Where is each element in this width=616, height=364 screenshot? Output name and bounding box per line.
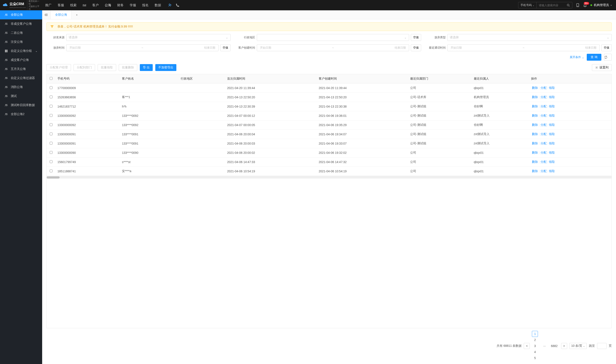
nav-item-7[interactable]: 学服 — [127, 0, 139, 10]
row-checkbox[interactable] — [50, 160, 52, 163]
op-claim[interactable]: 领取 — [548, 104, 556, 108]
page-number[interactable]: 1 — [532, 331, 538, 337]
nav-item-9[interactable]: 数据 — [152, 0, 164, 10]
op-delete[interactable]: 删除 — [531, 151, 539, 154]
op-claim[interactable]: 领取 — [548, 132, 556, 136]
page-size-select[interactable]: 10 条/页⌄ — [569, 343, 587, 349]
sidebar-item-2[interactable]: 二咨公海 — [0, 28, 42, 38]
op-assign[interactable]: 分配 — [540, 169, 547, 173]
tab-active[interactable]: 全部公海 — [51, 10, 72, 19]
phone-icon[interactable] — [176, 3, 180, 7]
op-claim[interactable]: 领取 — [548, 114, 556, 117]
tab-add-button[interactable]: + — [72, 13, 82, 17]
row-checkbox[interactable] — [50, 151, 52, 154]
tablet-icon[interactable] — [576, 3, 580, 7]
sidebar-item-1[interactable]: 非成交客户公海 — [0, 19, 42, 28]
op-claim[interactable]: 领取 — [548, 95, 556, 99]
last-call-range[interactable]: 开始日期~结束日期 — [447, 44, 600, 51]
nav-item-8[interactable]: 报名 — [139, 0, 152, 10]
row-checkbox[interactable] — [50, 132, 52, 135]
op-delete[interactable]: 删除 — [531, 123, 539, 127]
page-last[interactable]: 6882 — [550, 343, 559, 349]
sidebar-item-9[interactable]: 测试 — [0, 92, 42, 101]
sidebar-item-3[interactable]: 注安公海 — [0, 38, 42, 46]
last-call-null-button[interactable]: 空值 — [601, 44, 612, 51]
row-checkbox[interactable] — [50, 86, 52, 89]
op-claim[interactable]: 领取 — [548, 86, 556, 90]
op-assign[interactable]: 分配 — [540, 123, 547, 127]
op-claim[interactable]: 领取 — [548, 151, 556, 154]
create-time-range[interactable]: 开始日期~结束日期 — [257, 44, 409, 51]
op-delete[interactable]: 删除 — [531, 114, 539, 117]
page-ellipsis[interactable]: ··· — [541, 343, 547, 349]
sidebar-item-10[interactable]: 测试昨日回库数据 — [0, 101, 42, 110]
op-delete[interactable]: 删除 — [531, 86, 539, 90]
row-checkbox[interactable] — [50, 105, 52, 108]
region-null-button[interactable]: 空值 — [411, 34, 421, 41]
row-checkbox[interactable] — [50, 123, 52, 126]
op-assign[interactable]: 分配 — [540, 104, 547, 108]
abandon-type-select[interactable]: 请选择⌄ — [447, 34, 612, 41]
op-delete[interactable]: 删除 — [531, 142, 539, 145]
user-add-icon[interactable] — [168, 3, 172, 7]
nav-item-3[interactable]: IM — [80, 0, 89, 10]
batch-delete-button[interactable]: 批量删除 — [119, 64, 137, 71]
row-checkbox[interactable] — [50, 142, 52, 144]
page-number[interactable]: 4 — [532, 349, 538, 355]
op-assign[interactable]: 分配 — [540, 142, 547, 145]
nav-item-4[interactable]: 客户 — [89, 0, 102, 10]
op-claim[interactable]: 领取 — [548, 169, 556, 173]
op-delete[interactable]: 删除 — [531, 104, 539, 108]
row-checkbox[interactable] — [50, 169, 52, 172]
assign-dept-button[interactable]: 分配到部门 — [74, 64, 95, 71]
select-all-checkbox[interactable] — [50, 77, 52, 80]
horizontal-scrollbar[interactable] — [47, 176, 612, 179]
abandon-time-null-button[interactable]: 空值 — [220, 44, 231, 51]
sidebar-item-6[interactable]: 五月天公海 — [0, 65, 42, 74]
tab-collapse-icon[interactable] — [42, 10, 51, 19]
page-next[interactable]: > — [561, 343, 567, 349]
abandon-time-range[interactable]: 开始日期~结束日期 — [66, 44, 218, 51]
sidebar-item-0[interactable]: 全部公海 — [0, 10, 42, 19]
op-assign[interactable]: 分配 — [540, 86, 547, 90]
sidebar-item-4[interactable]: 自定义公海分组⌄ — [0, 46, 42, 55]
nav-item-6[interactable]: 财务 — [114, 0, 127, 10]
op-assign[interactable]: 分配 — [540, 151, 547, 154]
user-menu[interactable]: 机构管理员 ▾ — [590, 3, 612, 7]
sidebar-item-7[interactable]: 自定义公海过滤器 — [0, 74, 42, 83]
nav-item-5[interactable]: 公海 — [102, 0, 114, 10]
source-select[interactable]: 请选择⌄ — [66, 34, 231, 41]
page-prev[interactable]: < — [524, 343, 530, 349]
query-button[interactable]: 查 询 — [587, 54, 601, 61]
expand-filters-link[interactable]: 展开条件⌄ — [570, 55, 584, 59]
page-number[interactable]: 2 — [532, 337, 538, 343]
sidebar-item-8[interactable]: 消防公海 — [0, 83, 42, 92]
search-icon[interactable] — [565, 4, 572, 7]
nav-item-1[interactable]: 客服 — [55, 0, 67, 10]
sidebar-item-5[interactable]: 成交客户公海 — [0, 55, 42, 65]
page-number[interactable]: 5 — [532, 355, 538, 361]
set-columns-button[interactable]: 设置列 — [592, 64, 612, 71]
op-assign[interactable]: 分配 — [540, 132, 547, 136]
op-assign[interactable]: 分配 — [540, 160, 547, 164]
sidebar-item-11[interactable]: 全部公海2 — [0, 110, 42, 119]
op-delete[interactable]: 删除 — [531, 160, 539, 164]
bell-icon[interactable]: 99+ — [583, 3, 587, 7]
op-claim[interactable]: 领取 — [548, 160, 556, 164]
search-input[interactable] — [537, 4, 565, 7]
row-checkbox[interactable] — [50, 95, 52, 98]
export-button[interactable]: 导 出 — [140, 64, 153, 71]
assign-manager-button[interactable]: 分配客户经理 — [46, 64, 71, 71]
op-assign[interactable]: 分配 — [540, 114, 547, 117]
region-select[interactable]: ⌄ — [257, 34, 409, 41]
row-checkbox[interactable] — [50, 114, 52, 117]
nav-item-2[interactable]: 线索 — [67, 0, 80, 10]
page-number[interactable]: 3 — [532, 343, 538, 349]
op-claim[interactable]: 领取 — [548, 142, 556, 145]
op-delete[interactable]: 删除 — [531, 95, 539, 99]
export-plain-button[interactable]: 不加密导出 — [155, 64, 176, 71]
refresh-button[interactable] — [604, 54, 612, 61]
op-assign[interactable]: 分配 — [540, 95, 547, 99]
batch-claim-button[interactable]: 批量领取 — [98, 64, 116, 71]
op-claim[interactable]: 领取 — [548, 123, 556, 127]
